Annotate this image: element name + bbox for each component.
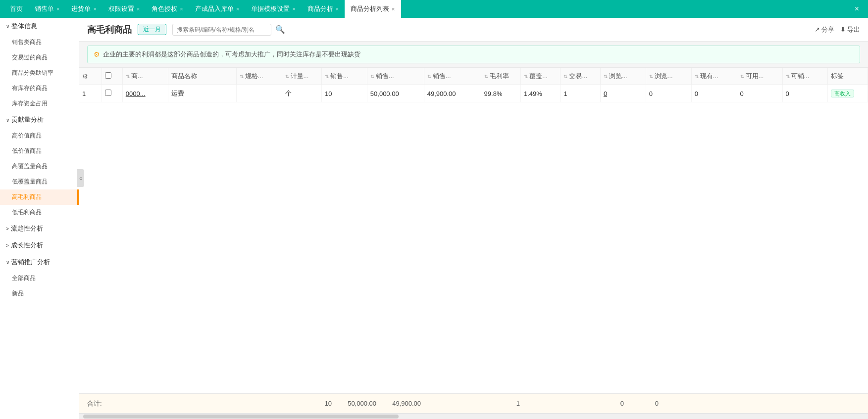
sidebar-section-流趋性分析[interactable]: >流趋性分析 [0, 220, 79, 237]
col-header-12[interactable]: 浏览... [600, 68, 646, 85]
footer-available: 0 [627, 400, 662, 407]
table-cell-16: 0 [782, 85, 828, 102]
sidebar-item-全部商品[interactable]: 全部商品 [0, 271, 79, 286]
share-button[interactable]: ↗ 分享 [815, 25, 834, 34]
export-button[interactable]: ⬇ 导出 [840, 25, 860, 34]
product-tag: 高收入 [831, 90, 854, 97]
scrollbar-thumb[interactable] [83, 415, 399, 419]
col-header-0: ⚙ [79, 68, 102, 85]
product-code[interactable]: 0000... [126, 90, 146, 97]
alert-icon: ⚙ [94, 50, 100, 58]
sidebar-section-营销推广分析[interactable]: ∨营销推广分析 [0, 254, 79, 271]
col-header-2[interactable]: 商... [122, 68, 168, 85]
section-label: 流趋性分析 [11, 224, 43, 233]
sidebar-item-低覆盖量商品[interactable]: 低覆盖量商品 [0, 174, 79, 189]
export-icon: ⬇ [840, 26, 846, 33]
nav-close-icon[interactable]: × [137, 6, 140, 12]
select-all-checkbox[interactable] [105, 72, 111, 79]
nav-close-icon[interactable]: × [56, 6, 59, 12]
table-header-row: ⚙商...商品名称规格...计量...销售...销售...销售...毛利率覆盖.… [79, 68, 868, 85]
nav-close-icon[interactable]: × [236, 6, 239, 12]
sidebar-item-销售类商品[interactable]: 销售类商品 [0, 35, 79, 50]
sidebar-collapse-button[interactable]: « [77, 169, 84, 187]
footer-sales1: 10 [305, 400, 335, 407]
col-header-15[interactable]: 可用... [737, 68, 782, 85]
sidebar-item-低毛利商品[interactable]: 低毛利商品 [0, 205, 79, 220]
nav-item-商品分析[interactable]: 商品分析× [302, 0, 345, 18]
col-header-13[interactable]: 浏览... [646, 68, 691, 85]
bottom-scrollbar[interactable] [79, 413, 868, 419]
main-layout: ∨整体信息销售类商品交易过的商品商品分类助销率有库存的商品库存资金占用∨贡献量分… [0, 18, 868, 419]
section-label: 成长性分析 [11, 241, 43, 250]
col-header-14[interactable]: 现有... [691, 68, 737, 85]
col-header-5[interactable]: 计量... [282, 68, 321, 85]
sidebar-section-贡献量分析[interactable]: ∨贡献量分析 [0, 111, 79, 128]
row-checkbox[interactable] [105, 90, 111, 96]
col-header-3: 商品名称 [168, 68, 236, 85]
data-table: ⚙商...商品名称规格...计量...销售...销售...销售...毛利率覆盖.… [79, 68, 868, 102]
nav-item-进货单[interactable]: 进货单× [65, 0, 102, 18]
col-header-9[interactable]: 毛利率 [481, 68, 520, 85]
nav-item-首页[interactable]: 首页 [4, 0, 29, 18]
nav-close-icon[interactable]: × [292, 6, 295, 12]
close-window-button[interactable]: × [850, 4, 864, 13]
sidebar-item-有库存的商品[interactable]: 有库存的商品 [0, 81, 79, 96]
footer-current: 0 [592, 400, 627, 407]
nav-item-角色授权[interactable]: 角色授权× [146, 0, 189, 18]
nav-item-商品分析列表[interactable]: 商品分析列表× [345, 0, 401, 18]
table-cell-13: 0 [646, 85, 691, 102]
col-header-4[interactable]: 规格... [236, 68, 282, 85]
sidebar-item-低价值商品[interactable]: 低价值商品 [0, 143, 79, 159]
sidebar-item-新品[interactable]: 新品 [0, 286, 79, 301]
table-cell-14: 0 [691, 85, 737, 102]
section-arrow: ∨ [6, 24, 9, 29]
col-header-6[interactable]: 销售... [321, 68, 367, 85]
content-area: 高毛利商品 近一月 🔍 ↗ 分享 ⬇ 导出 ⚙ 企业的主要的利润都是这部分商品创… [79, 18, 868, 419]
sidebar-section-整体信息[interactable]: ∨整体信息 [0, 18, 79, 35]
col-header-8[interactable]: 销售... [424, 68, 481, 85]
col-header-1 [102, 68, 122, 85]
search-icon-button[interactable]: 🔍 [275, 25, 285, 34]
table-cell-5: 个 [282, 85, 321, 102]
nav-close-icon[interactable]: × [180, 6, 183, 12]
table-cell-8: 49,900.00 [424, 85, 481, 102]
settings-icon[interactable]: ⚙ [82, 73, 88, 80]
footer-transaction: 1 [493, 400, 523, 407]
search-input[interactable] [172, 24, 271, 36]
col-header-16[interactable]: 可销... [782, 68, 828, 85]
nav-item-单据模板设置[interactable]: 单据模板设置× [245, 0, 301, 18]
date-filter-button[interactable]: 近一月 [138, 24, 166, 35]
nav-item-销售单[interactable]: 销售单× [29, 0, 65, 18]
table-cell-0: 1 [79, 85, 102, 102]
col-header-10[interactable]: 覆盖... [521, 68, 561, 85]
alert-text: 企业的主要的利润都是这部分商品创造的，可考虑加大推广，同时关注库存是不要出现缺货 [103, 50, 360, 59]
sidebar-item-高覆盖量商品[interactable]: 高覆盖量商品 [0, 159, 79, 174]
nav-close-icon[interactable]: × [336, 6, 339, 12]
sidebar-item-高价值商品[interactable]: 高价值商品 [0, 128, 79, 143]
table-cell-15: 0 [737, 85, 782, 102]
page-title: 高毛利商品 [87, 24, 132, 36]
section-arrow: ∨ [6, 260, 9, 265]
col-header-7[interactable]: 销售... [367, 68, 424, 85]
nav-item-产成品入库单[interactable]: 产成品入库单× [189, 0, 245, 18]
table-cell-7: 50,000.00 [367, 85, 424, 102]
section-label: 整体信息 [11, 22, 37, 31]
sidebar-item-商品分类助销率[interactable]: 商品分类助销率 [0, 65, 79, 81]
nav-item-权限设置[interactable]: 权限设置× [102, 0, 146, 18]
col-header-17: 标签 [828, 68, 868, 85]
sidebar-section-成长性分析[interactable]: >成长性分析 [0, 237, 79, 254]
table-cell-9: 99.8% [481, 85, 520, 102]
alert-banner: ⚙ 企业的主要的利润都是这部分商品创造的，可考虑加大推广，同时关注库存是不要出现… [87, 46, 860, 63]
sidebar-item-库存资金占用[interactable]: 库存资金占用 [0, 96, 79, 111]
sidebar-wrapper: ∨整体信息销售类商品交易过的商品商品分类助销率有库存的商品库存资金占用∨贡献量分… [0, 18, 79, 419]
sidebar-item-高毛利商品[interactable]: 高毛利商品 [0, 189, 79, 205]
col-header-11[interactable]: 交易... [561, 68, 600, 85]
sidebar-item-交易过的商品[interactable]: 交易过的商品 [0, 50, 79, 65]
nav-close-icon[interactable]: × [93, 6, 96, 12]
browse1-link[interactable]: 0 [604, 90, 607, 97]
table-cell-2: 0000... [122, 85, 168, 102]
nav-close-icon[interactable]: × [392, 6, 395, 12]
table-container[interactable]: ⚙商...商品名称规格...计量...销售...销售...销售...毛利率覆盖.… [79, 67, 868, 393]
table-cell-1 [102, 85, 122, 102]
section-arrow: > [6, 243, 9, 248]
